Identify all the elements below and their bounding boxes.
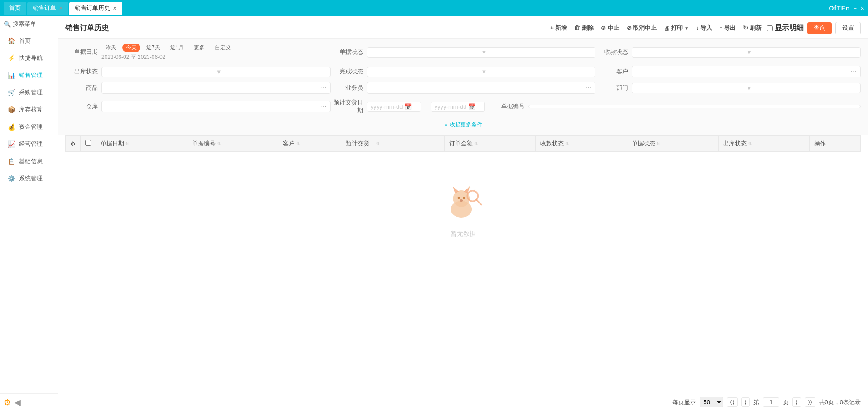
th-receipt-status[interactable]: 收款状态 ⇅ xyxy=(536,136,627,152)
date-filter-label: 单据日期 xyxy=(65,48,101,56)
expected-date-end[interactable]: yyyy-mm-dd 📅 xyxy=(431,102,485,112)
receipt-status-select[interactable]: ▼ xyxy=(632,47,861,58)
sidebar: 🔍 搜索菜单 🏠 首页 ⚡ 快捷导航 📊 销售管理 🛒 采购管理 📦 库存核算 … xyxy=(0,16,58,411)
query-btn[interactable]: 查询 xyxy=(807,22,832,34)
tab-home[interactable]: 首页 xyxy=(4,2,26,15)
new-btn[interactable]: + 新增 xyxy=(548,23,569,33)
show-detail-toggle[interactable]: 显示明细 xyxy=(767,24,804,33)
delivery-status-select[interactable]: ▼ xyxy=(101,67,331,77)
svg-point-4 xyxy=(457,197,460,199)
prev-page-btn[interactable]: ⟨ xyxy=(741,397,750,407)
sort-receipt-status-icon: ⇅ xyxy=(565,141,569,146)
doc-status-arrow-icon: ▼ xyxy=(481,49,591,56)
th-settings[interactable]: ⚙ xyxy=(66,136,81,152)
department-control[interactable]: ▼ xyxy=(632,83,861,93)
refresh-btn[interactable]: ↻ 刷新 xyxy=(741,23,763,33)
salesperson-input[interactable]: ··· xyxy=(367,82,596,94)
sidebar-search[interactable]: 🔍 搜索菜单 xyxy=(0,16,58,32)
th-doc-number[interactable]: 单据编号 ⇅ xyxy=(187,136,278,152)
warehouse-input[interactable]: ··· xyxy=(101,101,331,112)
operations-icon: 📈 xyxy=(7,140,15,148)
date-tag-7days[interactable]: 近7天 xyxy=(142,43,164,53)
sidebar-item-purchase[interactable]: 🛒 采购管理 xyxy=(0,84,58,101)
goods-input[interactable]: ··· xyxy=(101,82,331,94)
filter-group-receipt-status: 收款状态 ▼ xyxy=(595,47,861,58)
table-settings-icon[interactable]: ⚙ xyxy=(70,140,76,147)
customer-control[interactable]: ··· xyxy=(632,66,861,77)
sort-customer-icon: ⇅ xyxy=(296,141,300,146)
sidebar-item-home[interactable]: 🏠 首页 xyxy=(0,32,58,49)
select-all-checkbox[interactable] xyxy=(85,140,91,146)
date-range-text: 2023-06-02 至 2023-06-02 xyxy=(101,53,331,61)
window-minimize[interactable]: − xyxy=(854,5,857,11)
sidebar-item-operations[interactable]: 📈 经营管理 xyxy=(0,135,58,153)
sidebar-settings-btn[interactable]: ⚙ xyxy=(4,397,11,407)
collapse-bar[interactable]: ∧ 收起更多条件 xyxy=(65,119,861,131)
goods-control[interactable]: ··· xyxy=(101,82,331,94)
doc-number-control[interactable] xyxy=(528,105,861,108)
last-page-btn[interactable]: ⟩⟩ xyxy=(805,397,815,407)
department-select[interactable]: ▼ xyxy=(632,83,861,93)
th-customer[interactable]: 客户 ⇅ xyxy=(278,136,341,152)
window-close[interactable]: ✕ xyxy=(860,5,864,11)
show-detail-checkbox[interactable] xyxy=(767,25,773,31)
salesperson-control[interactable]: ··· xyxy=(367,82,596,94)
customer-dots-icon[interactable]: ··· xyxy=(850,68,856,76)
next-page-btn[interactable]: ⟩ xyxy=(792,397,801,407)
warehouse-dots-icon[interactable]: ··· xyxy=(320,102,326,111)
date-tag-yesterday[interactable]: 昨天 xyxy=(101,43,120,53)
th-delivery-status[interactable]: 出库状态 ⇅ xyxy=(718,136,810,152)
sidebar-item-basic-info[interactable]: 📋 基础信息 xyxy=(0,153,58,170)
sort-order-amount-icon: ⇅ xyxy=(474,141,478,146)
th-checkbox[interactable] xyxy=(81,136,96,152)
page-number-input[interactable] xyxy=(763,397,779,407)
page-size-select[interactable]: 50 10 20 100 xyxy=(700,397,723,407)
department-arrow-icon: ▼ xyxy=(746,85,857,92)
tab-sales-order-history[interactable]: 销售订单历史 ✕ xyxy=(69,2,122,15)
th-doc-date[interactable]: 单据日期 ⇅ xyxy=(96,136,187,152)
print-btn[interactable]: 🖨 打印 ▼ xyxy=(662,23,691,33)
filter-area: 单据日期 昨天 今天 近7天 近1月 更多 自定义 2023-06-02 至 2… xyxy=(58,39,868,135)
salesperson-dots-icon[interactable]: ··· xyxy=(585,84,591,92)
settings-btn[interactable]: 设置 xyxy=(835,22,861,34)
print-dropdown-icon[interactable]: ▼ xyxy=(684,26,689,31)
receipt-status-control[interactable]: ▼ xyxy=(632,47,861,58)
complete-status-control[interactable]: ▼ xyxy=(367,67,596,77)
doc-number-input[interactable] xyxy=(528,105,861,108)
import-btn[interactable]: ↓ 导入 xyxy=(694,23,714,33)
tab-sales-order[interactable]: 销售订单 ✕ xyxy=(27,2,68,15)
delivery-status-control[interactable]: ▼ xyxy=(101,67,331,77)
expected-date-start[interactable]: yyyy-mm-dd 📅 xyxy=(367,102,421,112)
date-tag-custom[interactable]: 自定义 xyxy=(211,43,235,53)
sidebar-collapse-btn[interactable]: ◀ xyxy=(14,397,21,407)
brand-logo: OfTEn xyxy=(829,5,850,12)
cancel-stop-btn[interactable]: ⊘ 取消中止 xyxy=(625,23,659,33)
delete-btn[interactable]: 🗑 删除 xyxy=(572,23,595,33)
close-sales-order-tab[interactable]: ✕ xyxy=(59,5,63,11)
customer-input[interactable]: ··· xyxy=(632,66,861,77)
date-tag-today[interactable]: 今天 xyxy=(122,44,140,52)
receipt-status-arrow-icon: ▼ xyxy=(746,49,857,56)
calendar-start-icon[interactable]: 📅 xyxy=(404,103,412,110)
sidebar-item-sales[interactable]: 📊 销售管理 xyxy=(0,67,58,84)
stop-btn[interactable]: ⊘ 中止 xyxy=(599,23,621,33)
date-tag-1month[interactable]: 近1月 xyxy=(166,43,188,53)
sidebar-item-inventory[interactable]: 📦 库存核算 xyxy=(0,101,58,118)
empty-state: ✦ ✦ 暂无数据 xyxy=(66,152,861,265)
doc-status-select[interactable]: ▼ xyxy=(367,47,596,58)
first-page-btn[interactable]: ⟨⟨ xyxy=(727,397,738,407)
close-history-tab[interactable]: ✕ xyxy=(113,5,117,11)
sidebar-item-finance[interactable]: 💰 资金管理 xyxy=(0,118,58,135)
date-tag-more[interactable]: 更多 xyxy=(190,43,209,53)
export-btn[interactable]: ↑ 导出 xyxy=(718,23,738,33)
th-order-amount[interactable]: 订单金额 ⇅ xyxy=(444,136,536,152)
th-expected-delivery[interactable]: 预计交货... ⇅ xyxy=(341,136,445,152)
doc-status-control[interactable]: ▼ xyxy=(367,47,596,58)
goods-dots-icon[interactable]: ··· xyxy=(320,84,326,92)
sidebar-item-quick-nav[interactable]: ⚡ 快捷导航 xyxy=(0,49,58,67)
th-doc-status[interactable]: 单据状态 ⇅ xyxy=(627,136,719,152)
calendar-end-icon[interactable]: 📅 xyxy=(468,103,475,110)
sidebar-item-system[interactable]: ⚙️ 系统管理 xyxy=(0,170,58,187)
warehouse-control[interactable]: ··· xyxy=(101,101,331,112)
complete-status-select[interactable]: ▼ xyxy=(367,67,596,77)
